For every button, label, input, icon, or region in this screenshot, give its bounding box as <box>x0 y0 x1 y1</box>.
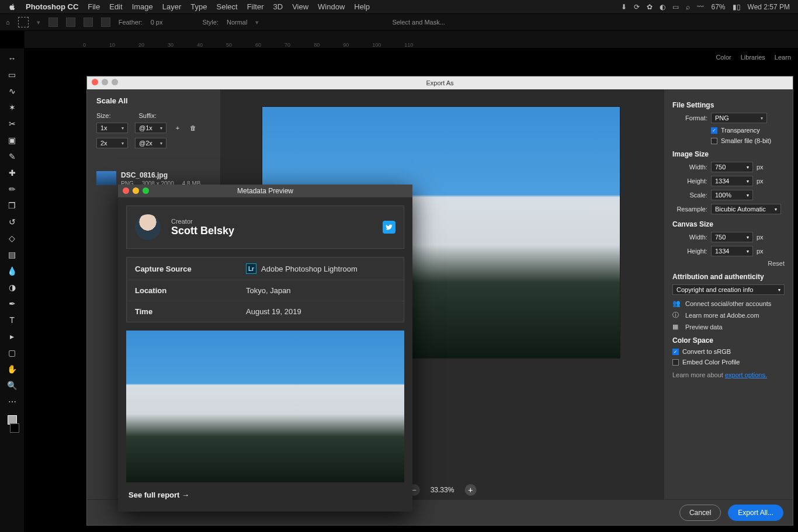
eyedropper-tool-icon[interactable]: ✎ <box>5 150 20 163</box>
select-and-mask-button[interactable]: Select and Mask... <box>392 19 445 26</box>
night-icon[interactable]: ◐ <box>660 3 665 11</box>
canvas-width-field[interactable]: 750▾ <box>711 232 753 242</box>
new-selection-icon[interactable] <box>48 18 58 27</box>
export-titlebar[interactable]: Export As <box>87 77 793 89</box>
meta-row-source: Capture Source LrAdobe Photoshop Lightro… <box>127 258 404 280</box>
preview-data-link[interactable]: ▦Preview data <box>672 323 785 331</box>
menu-file[interactable]: File <box>88 2 100 11</box>
style-value[interactable]: Normal <box>227 19 247 26</box>
gear-icon[interactable]: ✿ <box>647 3 653 11</box>
scale-suffix-1[interactable]: @1x▾ <box>135 123 166 133</box>
style-label: Style: <box>202 19 218 26</box>
connect-accounts-link[interactable]: 👥Connect social/other accounts <box>672 300 785 307</box>
see-full-report-link[interactable]: See full report → <box>129 491 402 499</box>
feather-value[interactable]: 0 px <box>151 19 163 26</box>
add-selection-icon[interactable] <box>66 18 75 27</box>
menu-filter[interactable]: Filter <box>247 2 264 11</box>
marquee-tool-icon[interactable]: ▭ <box>5 68 20 81</box>
canvas-height-field[interactable]: 1334▾ <box>711 246 753 256</box>
frame-tool-icon[interactable]: ▣ <box>5 134 20 147</box>
twitter-icon[interactable] <box>383 221 395 234</box>
scale-size-1[interactable]: 1x▾ <box>96 123 128 133</box>
menu-window[interactable]: Window <box>318 2 345 11</box>
apple-icon[interactable] <box>8 3 16 11</box>
edit-toolbar-icon[interactable]: ⋯ <box>5 395 20 408</box>
pen-tool-icon[interactable]: ✒ <box>5 297 20 310</box>
scale-suffix-2[interactable]: @2x▾ <box>135 138 166 148</box>
subtract-selection-icon[interactable] <box>84 18 93 27</box>
cc-sync-icon[interactable]: ⟳ <box>634 3 640 11</box>
width-field[interactable]: 750▾ <box>711 162 753 172</box>
menu-view[interactable]: View <box>292 2 308 11</box>
maximize-icon[interactable] <box>143 187 149 194</box>
right-panel-tabs: Color Libraries Learn <box>681 48 798 66</box>
transparency-checkbox[interactable]: ✓ <box>711 127 717 134</box>
menu-edit[interactable]: Edit <box>109 2 122 11</box>
creator-box: Creator Scott Belsky <box>126 206 404 249</box>
clone-tool-icon[interactable]: ❐ <box>5 199 20 212</box>
remove-scale-icon[interactable]: 🗑 <box>189 124 197 131</box>
format-dropdown[interactable]: PNG▾ <box>711 113 767 123</box>
marquee-tool-icon[interactable] <box>18 17 29 27</box>
export-options-link[interactable]: export options. <box>725 371 767 378</box>
background-swatch[interactable] <box>10 423 19 433</box>
convert-srgb-checkbox[interactable]: ✓ <box>672 349 679 355</box>
hand-tool-icon[interactable]: ✋ <box>5 363 20 375</box>
close-icon[interactable] <box>123 187 129 194</box>
zoom-in-button[interactable]: + <box>464 484 476 496</box>
learn-more-link[interactable]: ⓘLearn more at Adobe.com <box>672 311 785 319</box>
shape-tool-icon[interactable]: ▢ <box>5 346 20 359</box>
eraser-tool-icon[interactable]: ◇ <box>5 232 20 245</box>
embed-profile-checkbox[interactable] <box>672 359 679 366</box>
reset-button[interactable]: Reset <box>672 260 785 267</box>
maximize-icon[interactable] <box>112 79 118 85</box>
lasso-tool-icon[interactable]: ∿ <box>5 85 20 98</box>
display-icon[interactable]: ▭ <box>672 3 679 11</box>
type-tool-icon[interactable]: T <box>5 314 20 326</box>
dropbox-icon[interactable]: ⬇ <box>621 3 627 11</box>
resample-dropdown[interactable]: Bicubic Automatic▾ <box>711 204 781 214</box>
menu-type[interactable]: Type <box>190 2 207 11</box>
creator-name: Scott Belsky <box>171 225 234 237</box>
file-name: DSC_0816.jpg <box>121 171 200 179</box>
image-size-title: Image Size <box>672 150 785 158</box>
battery-icon[interactable]: ▮▯ <box>733 3 741 11</box>
panel-libraries[interactable]: Libraries <box>741 54 765 61</box>
app-name: Photoshop CC <box>26 2 78 11</box>
export-all-button[interactable]: Export All... <box>728 505 783 521</box>
menu-help[interactable]: Help <box>354 2 370 11</box>
menu-image[interactable]: Image <box>132 2 153 11</box>
minimize-icon[interactable] <box>133 187 139 194</box>
menu-3d[interactable]: 3D <box>273 2 283 11</box>
minimize-icon[interactable] <box>102 79 108 85</box>
menu-select[interactable]: Select <box>216 2 237 11</box>
mac-menubar: Photoshop CC File Edit Image Layer Type … <box>0 0 798 13</box>
cancel-button[interactable]: Cancel <box>679 505 721 521</box>
smaller-file-checkbox[interactable] <box>711 138 717 144</box>
gradient-tool-icon[interactable]: ▤ <box>5 248 20 261</box>
close-icon[interactable] <box>92 79 98 85</box>
zoom-tool-icon[interactable]: 🔍 <box>5 379 20 392</box>
home-icon[interactable]: ⌂ <box>6 19 10 26</box>
move-tool-icon[interactable]: ↔ <box>5 52 20 65</box>
magic-wand-tool-icon[interactable]: ✶ <box>5 101 20 114</box>
panel-color[interactable]: Color <box>716 54 731 61</box>
dodge-tool-icon[interactable]: ◑ <box>5 281 20 294</box>
height-field[interactable]: 1334▾ <box>711 176 753 186</box>
add-scale-icon[interactable]: + <box>174 124 182 131</box>
attribution-dropdown[interactable]: Copyright and creation info▾ <box>672 284 785 295</box>
healing-tool-icon[interactable]: ✚ <box>5 166 20 179</box>
metadata-titlebar[interactable]: Metadata Preview <box>118 185 412 197</box>
panel-learn[interactable]: Learn <box>775 54 791 61</box>
scale-size-2[interactable]: 2x▾ <box>96 138 128 148</box>
crop-tool-icon[interactable]: ✂ <box>5 117 20 130</box>
path-selection-tool-icon[interactable]: ▸ <box>5 330 20 343</box>
scale-field[interactable]: 100%▾ <box>711 190 753 200</box>
wifi-icon[interactable]: 〰 <box>697 3 704 11</box>
intersect-selection-icon[interactable] <box>101 18 110 27</box>
menu-layer[interactable]: Layer <box>162 2 182 11</box>
search-icon[interactable]: ⌕ <box>686 3 690 11</box>
blur-tool-icon[interactable]: 💧 <box>5 265 20 277</box>
brush-tool-icon[interactable]: ✏ <box>5 183 20 196</box>
history-brush-tool-icon[interactable]: ↺ <box>5 215 20 228</box>
